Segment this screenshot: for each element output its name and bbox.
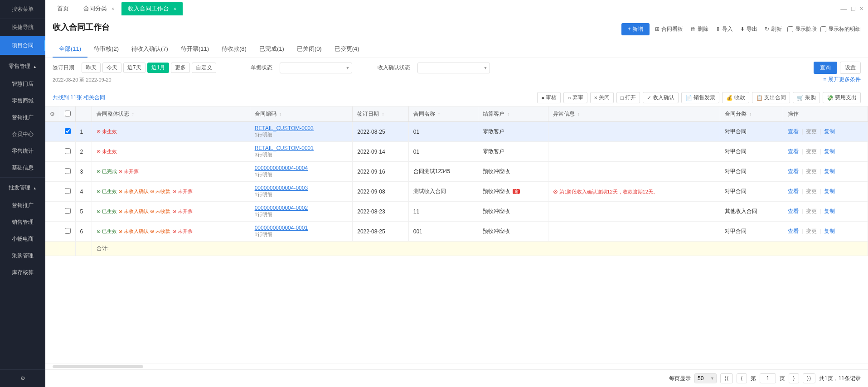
close-contract-btn[interactable]: × 关闭 bbox=[590, 92, 614, 103]
sidebar-item-retail-mall[interactable]: 零售商城 bbox=[0, 92, 45, 109]
filter-7days[interactable]: 近7天 bbox=[123, 63, 145, 73]
sidebar-settings[interactable]: ⚙ bbox=[0, 369, 45, 387]
filter-more[interactable]: 更多 bbox=[171, 63, 190, 73]
customer-sort-icon[interactable]: ↕ bbox=[507, 111, 509, 116]
sidebar-item-ecom[interactable]: 小畅电商 bbox=[0, 231, 45, 247]
tab-income-contract[interactable]: 收入合同工作台 × bbox=[121, 2, 183, 15]
sidebar-nav[interactable]: 快捷导航 bbox=[0, 19, 45, 36]
abandon-btn[interactable]: ○ 弃审 bbox=[563, 92, 587, 103]
sidebar-item-marketing[interactable]: 营销推广 bbox=[0, 109, 45, 126]
sub-tab-completed[interactable]: 已完成(1) bbox=[253, 41, 291, 58]
cell-checkbox-5[interactable] bbox=[60, 202, 75, 222]
sub-tab-changed[interactable]: 已变更(4) bbox=[328, 41, 366, 58]
show-segment-checkbox[interactable]: 显示阶段 bbox=[787, 25, 817, 33]
copy-link-3[interactable]: 复制 bbox=[824, 168, 835, 174]
prev-page-btn[interactable]: ⟨ bbox=[737, 373, 747, 383]
change-link-1[interactable]: 变更 bbox=[806, 128, 817, 135]
expand-more-btn[interactable]: ≡ 展开更多条件 bbox=[823, 76, 861, 83]
cell-checkbox-6[interactable] bbox=[60, 222, 75, 242]
import-button[interactable]: ⬆ 导入 bbox=[714, 24, 735, 34]
row-checkbox-4[interactable] bbox=[65, 188, 71, 194]
income-confirm-btn[interactable]: ✓ 收入确认 bbox=[643, 92, 679, 103]
cell-checkbox-4[interactable] bbox=[60, 182, 75, 202]
last-page-btn[interactable]: ⟩⟩ bbox=[803, 373, 815, 383]
view-link-4[interactable]: 查看 bbox=[788, 188, 799, 194]
per-page-select[interactable]: 10 20 50 100 bbox=[694, 373, 717, 383]
row-checkbox-1[interactable] bbox=[65, 128, 71, 134]
sidebar-item-project[interactable]: 项目合同 bbox=[0, 36, 45, 55]
filter-custom[interactable]: 自定义 bbox=[192, 63, 216, 73]
sidebar-item-sales[interactable]: 销售管理 bbox=[0, 214, 45, 231]
copy-link-1[interactable]: 复制 bbox=[824, 128, 835, 135]
contract-code-link-6[interactable]: 0000000000004-0001 bbox=[255, 225, 348, 231]
sidebar-item-base-info[interactable]: 基础信息 bbox=[0, 160, 45, 176]
cell-checkbox-1[interactable] bbox=[60, 122, 75, 142]
query-button[interactable]: 查询 bbox=[814, 62, 837, 74]
view-link-1[interactable]: 查看 bbox=[788, 128, 799, 135]
open-btn[interactable]: □ 打开 bbox=[616, 92, 640, 103]
contract-code-link-2[interactable]: RETAIL_CUSTOM-0001 bbox=[255, 145, 348, 151]
sidebar-item-wholesale[interactable]: 批发管理 ▲ bbox=[0, 179, 45, 197]
tab-income-contract-close[interactable]: × bbox=[174, 6, 176, 11]
row-checkbox-3[interactable] bbox=[65, 168, 71, 174]
delete-button[interactable]: 🗑 删除 bbox=[689, 24, 710, 34]
column-settings-icon[interactable]: ⚙ bbox=[50, 111, 55, 117]
next-page-btn[interactable]: ⟩ bbox=[789, 373, 799, 383]
expense-out-btn[interactable]: 📋 支出合同 bbox=[752, 92, 790, 103]
contract-code-link-1[interactable]: RETAIL_CUSTOM-0003 bbox=[255, 125, 348, 131]
show-segment-input[interactable] bbox=[787, 26, 793, 32]
refresh-button[interactable]: ↻ 刷新 bbox=[763, 24, 784, 34]
sign-date-sort-icon[interactable]: ↕ bbox=[382, 111, 384, 116]
change-link-3[interactable]: 变更 bbox=[806, 168, 817, 174]
change-link-5[interactable]: 变更 bbox=[806, 208, 817, 214]
contract-code-link-3[interactable]: 0000000000004-0004 bbox=[255, 165, 348, 171]
row-checkbox-2[interactable] bbox=[65, 148, 71, 154]
copy-link-6[interactable]: 复制 bbox=[824, 228, 835, 234]
sidebar-item-inventory[interactable]: 库存核算 bbox=[0, 264, 45, 281]
expense-btn[interactable]: 💸 费用支出 bbox=[823, 92, 861, 103]
copy-link-5[interactable]: 复制 bbox=[824, 208, 835, 214]
change-link-2[interactable]: 变更 bbox=[806, 148, 817, 155]
copy-link-2[interactable]: 复制 bbox=[824, 148, 835, 155]
filter-today[interactable]: 今天 bbox=[102, 63, 121, 73]
cell-checkbox-3[interactable] bbox=[60, 162, 75, 182]
purchase-btn[interactable]: 🛒 采购 bbox=[793, 92, 820, 103]
first-page-btn[interactable]: ⟨⟨ bbox=[720, 373, 733, 383]
view-link-6[interactable]: 查看 bbox=[788, 228, 799, 234]
collect-btn[interactable]: 💰 收款 bbox=[722, 92, 749, 103]
page-input[interactable] bbox=[760, 373, 776, 383]
export-button[interactable]: ⬇ 导出 bbox=[738, 24, 759, 34]
sub-tab-pending-invoice[interactable]: 待开票(11) bbox=[175, 41, 215, 58]
contract-table-wrap[interactable]: ⚙ 合同整体状态 ↕ 合同编码 ↕ 签订日期 bbox=[45, 106, 868, 363]
name-sort-icon[interactable]: ↕ bbox=[438, 111, 440, 116]
contract-code-link-4[interactable]: 0000000000004-0003 bbox=[255, 185, 348, 191]
income-confirm-select[interactable] bbox=[417, 63, 490, 73]
view-link-2[interactable]: 查看 bbox=[788, 148, 799, 155]
sidebar-item-smart-store[interactable]: 智慧门店 bbox=[0, 76, 45, 92]
sidebar-item-marketing2[interactable]: 营销推广 bbox=[0, 197, 45, 214]
scrollbar-thumb[interactable] bbox=[53, 365, 143, 368]
status-sort-icon[interactable]: ↕ bbox=[132, 111, 134, 116]
cell-checkbox-2[interactable] bbox=[60, 142, 75, 162]
copy-link-4[interactable]: 复制 bbox=[824, 188, 835, 194]
th-gear[interactable]: ⚙ bbox=[45, 106, 60, 122]
filter-1month[interactable]: 近1月 bbox=[147, 63, 170, 73]
sub-tab-pending-income[interactable]: 待收入确认(7) bbox=[125, 41, 175, 58]
new-button[interactable]: + 新增 bbox=[621, 23, 650, 35]
view-link-5[interactable]: 查看 bbox=[788, 208, 799, 214]
contract-code-link-5[interactable]: 0000000000004-0002 bbox=[255, 205, 348, 211]
select-all-checkbox[interactable] bbox=[65, 111, 71, 116]
status-select[interactable] bbox=[280, 63, 352, 73]
error-sort-icon[interactable]: ↕ bbox=[577, 111, 580, 116]
show-detail-input[interactable] bbox=[820, 26, 826, 32]
change-link-4[interactable]: 变更 bbox=[806, 188, 817, 194]
row-checkbox-5[interactable] bbox=[65, 208, 71, 214]
sidebar-item-retail-stats[interactable]: 零售统计 bbox=[0, 143, 45, 160]
review-btn[interactable]: ● 审核 bbox=[537, 92, 561, 103]
sub-tab-pending-payment[interactable]: 待收款(8) bbox=[215, 41, 253, 58]
filter-yesterday[interactable]: 昨天 bbox=[82, 63, 101, 73]
sales-invoice-btn[interactable]: 📄 销售发票 bbox=[681, 92, 719, 103]
show-detail-checkbox[interactable]: 显示标的明细 bbox=[820, 25, 861, 33]
change-link-6[interactable]: 变更 bbox=[806, 228, 817, 234]
tab-contract-category[interactable]: 合同分类 × bbox=[76, 1, 121, 16]
